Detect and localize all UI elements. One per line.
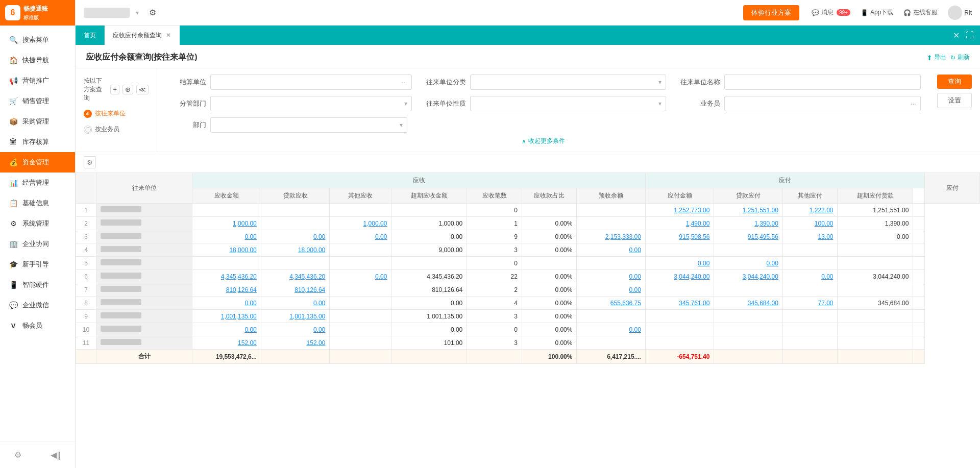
salesperson-input[interactable]: ··· [724, 96, 921, 111]
cell-overdue_receivable: 810,126.64 [391, 283, 467, 297]
cell-receivable_count: 3 [467, 243, 522, 257]
tab-expand-icon[interactable]: ⛶ [966, 31, 974, 40]
sidebar-item-sales[interactable]: 🛒 销售管理 [0, 91, 75, 111]
total-other-payable [782, 350, 838, 364]
cell-payable_amount: 3,044,240.00 [645, 270, 714, 283]
department-select[interactable]: ▾ [210, 117, 407, 133]
nature-select[interactable]: ▾ [470, 96, 667, 111]
add-filter-icon[interactable]: + [110, 85, 119, 94]
cell-receivable_count: 2 [467, 283, 522, 297]
cell-receivable_ratio [522, 204, 577, 217]
settlement-input[interactable]: ··· [210, 75, 412, 90]
sidebar-item-operations[interactable]: 📊 经营管理 [0, 173, 75, 193]
settlement-input-field[interactable] [215, 79, 401, 86]
cell-rownum: 9 [76, 310, 96, 323]
avatar [948, 6, 962, 20]
sidebar-item-guide[interactable]: 🎓 新手引导 [0, 254, 75, 275]
cell-advance_balance: 0.00 [577, 283, 645, 297]
cell-advance_balance: 2,153,333.00 [577, 230, 645, 243]
sidebar-item-system[interactable]: ⚙ 系统管理 [0, 213, 75, 234]
service-button[interactable]: 🎧 在线客服 [903, 8, 938, 17]
cta-button[interactable]: 体验行业方案 [743, 5, 799, 20]
cell-loan_receivable: 0.00 [261, 230, 329, 243]
topbar-settings-icon[interactable]: ⚙ [149, 8, 156, 17]
table-wrapper[interactable]: 往来单位 应收 应付 应付 应收金额 贷款应收 其他应收 超期应收金额 应收笔数… [76, 173, 980, 364]
filter-department: 部门 ▾ [165, 117, 407, 133]
cell-payable_extra [913, 310, 925, 323]
cell-advance_balance: 655,636.75 [577, 297, 645, 310]
sidebar-item-member[interactable]: V 畅会员 [0, 315, 75, 336]
cell-overdue_payable: 3,044,240.00 [838, 270, 913, 283]
filter-config-icon[interactable]: ⊕ [122, 85, 133, 94]
cell-other_receivable [330, 283, 391, 297]
sidebar-item-label: 库存核算 [22, 137, 49, 146]
tab-close-icon[interactable]: ✕ [166, 32, 171, 39]
cell-receivable_ratio [522, 257, 577, 270]
user-avatar[interactable]: Rit [948, 6, 972, 20]
cell-customer [96, 204, 192, 217]
sidebar-item-purchase[interactable]: 📦 采购管理 [0, 111, 75, 132]
cell-receivable_count: 0 [467, 204, 522, 217]
cell-receivable_ratio: 0.00% [522, 217, 577, 230]
category-label: 往来单位分类 [420, 78, 466, 87]
cell-other_payable [782, 336, 838, 350]
salesperson-dots-icon[interactable]: ··· [910, 100, 916, 108]
sidebar-collapse-btn[interactable]: ◀‖ [46, 448, 65, 462]
customer-name-input[interactable] [724, 75, 921, 90]
export-button[interactable]: ⬆ 导出 [927, 53, 946, 62]
subnav-by-salesperson[interactable]: ◯ 按业务员 [76, 121, 157, 137]
sidebar-item-quicknav[interactable]: 🏠 快捷导航 [0, 50, 75, 70]
table-row: 101,252,773.001,251,551.001,222.001,251,… [76, 204, 980, 217]
cell-receivable_amount [192, 257, 261, 270]
filter-more-icon[interactable]: ≪ [136, 85, 149, 94]
sidebar-item-enterprise[interactable]: 🏢 企业协同 [0, 234, 75, 254]
sidebar-item-hardware[interactable]: 📱 智能硬件 [0, 275, 75, 295]
sidebar-settings-btn[interactable]: ⚙ [10, 448, 26, 462]
cell-loan_receivable: 1,001,135.00 [261, 310, 329, 323]
sidebar-item-basic[interactable]: 📋 基础信息 [0, 193, 75, 213]
logo-icon: 6 [5, 5, 20, 20]
refresh-button[interactable]: ↻ 刷新 [950, 53, 970, 62]
sidebar-item-inventory[interactable]: 🏛 库存核算 [0, 132, 75, 152]
sidebar-item-search[interactable]: 🔍 搜索菜单 [0, 30, 75, 50]
filter-category: 往来单位分类 ▾ [420, 75, 667, 90]
app-download-button[interactable]: 📱 App下载 [861, 8, 893, 17]
settlement-dots-icon[interactable]: ··· [401, 78, 407, 86]
cell-receivable_amount: 4,345,436.20 [192, 270, 261, 283]
cell-receivable_count: 9 [467, 230, 522, 243]
cell-other_payable [782, 283, 838, 297]
sidebar-item-wechat[interactable]: 💬 企业微信 [0, 295, 75, 315]
cell-receivable_ratio: 0.00% [522, 270, 577, 283]
category-select[interactable]: ▾ [470, 75, 667, 90]
dept-select[interactable]: ▾ [210, 96, 412, 111]
total-receivable-ratio: 100.00% [522, 350, 577, 364]
table-config-icon[interactable]: ⚙ [84, 156, 96, 168]
cell-advance_balance [577, 217, 645, 230]
collapse-more-button[interactable]: ∧ 收起更多条件 [522, 137, 565, 145]
subnav-by-customer[interactable]: ⊕ 按往来单位 [76, 106, 157, 121]
cell-receivable_amount: 0.00 [192, 323, 261, 336]
service-icon: 🎧 [903, 9, 911, 16]
cell-other_receivable [330, 243, 391, 257]
export-icon: ⬆ [927, 54, 932, 61]
cell-receivable_count: 1 [467, 217, 522, 230]
cell-overdue_payable [838, 323, 913, 336]
query-button[interactable]: 查询 [937, 75, 972, 89]
topbar-right: 💬 消息 99+ 📱 App下载 🎧 在线客服 Rit [812, 6, 972, 20]
cell-other_receivable: 1,000.00 [330, 217, 391, 230]
settings-button[interactable]: 设置 [937, 93, 972, 108]
main-content: 应收应付余额查询(按往来单位) ⬆ 导出 ↻ 刷新 按以下方案查询 + ⊕ [76, 45, 980, 468]
th-customer: 往来单位 [96, 173, 192, 204]
filter-fields: 结算单位 ··· 往来单位分类 ▾ 往来单位 [157, 68, 929, 152]
tab-arquery[interactable]: 应收应付余额查询 ✕ [105, 26, 180, 45]
sidebar-item-marketing[interactable]: 📢 营销推广 [0, 70, 75, 91]
cell-loan_payable: 1,390.00 [714, 217, 782, 230]
tab-close-all-icon[interactable]: ✕ [953, 31, 960, 40]
cell-receivable_count: 4 [467, 297, 522, 310]
table-section: ⚙ 往来单位 应收 应付 应付 应收金额 贷款应收 [76, 152, 980, 364]
tab-home[interactable]: 首页 [76, 26, 105, 45]
salesperson-input-field[interactable] [729, 100, 910, 108]
message-button[interactable]: 💬 消息 99+ [812, 8, 850, 17]
sidebar-item-finance[interactable]: 💰 资金管理 [0, 152, 75, 173]
cell-customer [96, 283, 192, 297]
